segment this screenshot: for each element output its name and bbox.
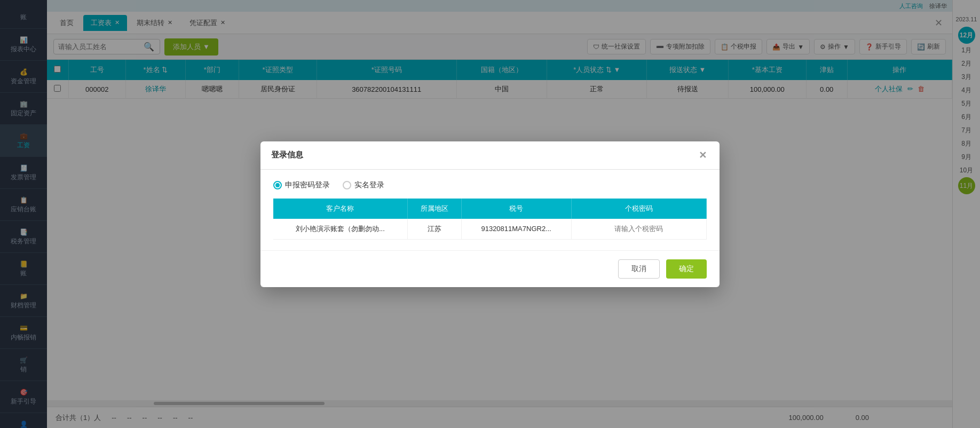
region-cell: 江苏 <box>407 219 461 240</box>
tax-no-cell: 91320811MA7NGR2... <box>461 219 571 240</box>
radio-password-circle <box>273 181 282 189</box>
modal-header: 登录信息 ✕ <box>260 141 720 170</box>
col-region: 所属地区 <box>407 199 461 219</box>
col-tax-no: 税号 <box>461 199 571 219</box>
client-name-cell: 刘小艳演示账套（勿删勿动... <box>273 219 407 240</box>
confirm-button[interactable]: 确定 <box>666 259 707 279</box>
login-info-modal: 登录信息 ✕ 申报密码登录 实名登录 客户名称 所属地区 <box>260 141 720 287</box>
radio-realname-login[interactable]: 实名登录 <box>343 180 384 190</box>
cancel-button[interactable]: 取消 <box>618 259 660 279</box>
radio-password-login[interactable]: 申报密码登录 <box>273 180 330 190</box>
modal-title: 登录信息 <box>271 150 303 160</box>
password-input[interactable] <box>578 225 700 233</box>
modal-table-row: 刘小艳演示账套（勿删勿动... 江苏 91320811MA7NGR2... <box>273 219 707 240</box>
radio-group: 申报密码登录 实名登录 <box>273 180 707 190</box>
modal-body: 申报密码登录 实名登录 客户名称 所属地区 税号 个税密码 <box>260 170 720 250</box>
radio-realname-circle <box>343 181 351 189</box>
login-table: 客户名称 所属地区 税号 个税密码 刘小艳演示账套（勿删勿动... 江苏 913… <box>273 199 707 240</box>
password-cell[interactable] <box>571 219 707 240</box>
modal-footer: 取消 确定 <box>260 250 720 287</box>
col-client-name: 客户名称 <box>273 199 407 219</box>
modal-close-btn[interactable]: ✕ <box>696 149 709 162</box>
col-password: 个税密码 <box>571 199 707 219</box>
modal-overlay: 登录信息 ✕ 申报密码登录 实名登录 客户名称 所属地区 <box>0 0 980 428</box>
